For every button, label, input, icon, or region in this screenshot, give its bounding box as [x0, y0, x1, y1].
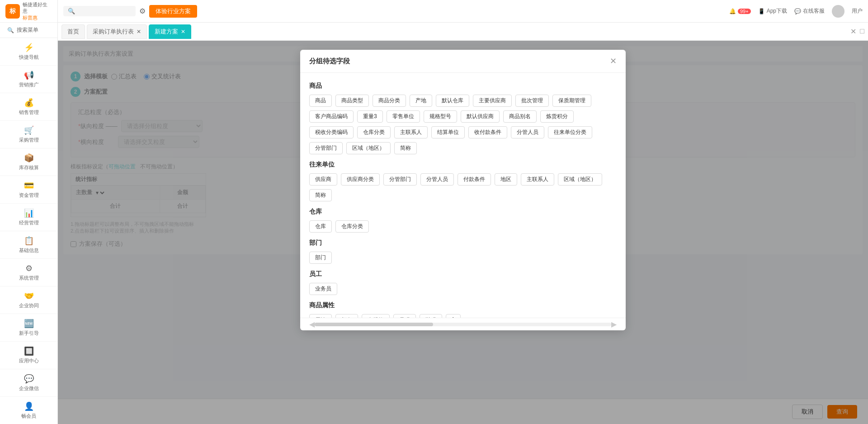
tag-往来单位分类[interactable]: 往来单位分类 [548, 126, 592, 138]
close-all-icon[interactable]: ✕ [850, 27, 856, 36]
tag-分管人员[interactable]: 分管人员 [511, 126, 544, 138]
tag-仓库分类[interactable]: 仓库分类 [335, 220, 369, 233]
sidebar-item-guide[interactable]: 🆕新手引导 [0, 314, 57, 342]
tag-结算单位[interactable]: 结算单位 [431, 126, 465, 138]
tab-close-new-plan[interactable]: ✕ [181, 29, 185, 35]
tag-颜色[interactable]: 颜色 [335, 314, 358, 318]
sidebar-item-wechat[interactable]: 💬企业微信 [0, 369, 57, 397]
sidebar-label-inventory: 库存核算 [19, 164, 39, 171]
tag-商品别名[interactable]: 商品别名 [503, 110, 537, 123]
topbar-search-box[interactable]: 🔍 [63, 6, 136, 16]
tag-供应商分类[interactable]: 供应商分类 [341, 173, 380, 186]
notification-btn[interactable]: 🔔 99+ [729, 8, 751, 14]
tag-默认仓库[interactable]: 默认仓库 [436, 95, 469, 107]
modal-close-btn[interactable]: ✕ [610, 56, 617, 66]
tab-purchase-exec[interactable]: 采购订单执行表✕ [87, 24, 147, 39]
sidebar-icon-app-center: 🔲 [24, 346, 34, 356]
tag-收付款条件[interactable]: 收付款条件 [468, 126, 507, 138]
tag-鞋码[interactable]: 鞋码 [420, 314, 442, 318]
tag-分管部门[interactable]: 分管部门 [309, 142, 343, 154]
tag-默认供应商[interactable]: 默认供应商 [461, 110, 500, 123]
tag-区域（地区）[interactable]: 区域（地区） [346, 142, 391, 154]
sidebar-label-marketing: 营销推广 [19, 81, 39, 88]
tabbar-controls: ✕ □ [850, 27, 864, 36]
tag-业务员[interactable]: 业务员 [309, 283, 337, 295]
topbar: 🔍 ⚙ 体验行业方案 🔔 99+ 📱 App下载 💬 在线客服 用户 [58, 0, 868, 23]
tag-商品类型[interactable]: 商品类型 [335, 95, 369, 107]
tag-分管人员[interactable]: 分管人员 [420, 173, 454, 186]
tab-home[interactable]: 首页 [61, 24, 85, 39]
tag-分管部门[interactable]: 分管部门 [383, 173, 417, 186]
settings-gear-icon[interactable]: ⚙ [139, 7, 146, 15]
sidebar-icon-operations: 📊 [24, 208, 34, 218]
tag-重量3[interactable]: 重量3 [357, 110, 383, 123]
tag-客户商品编码[interactable]: 客户商品编码 [309, 110, 354, 123]
tab-label-new-plan: 新建方案 [155, 28, 178, 36]
section-tags-product-attr: 属性颜色多规格尺码鞋码1 [309, 314, 617, 318]
tag-部门[interactable]: 部门 [309, 252, 332, 264]
sidebar-item-member[interactable]: 👤畅会员 [0, 397, 57, 424]
sidebar-item-inventory[interactable]: 📦库存核算 [0, 148, 57, 176]
tag-税收分类编码[interactable]: 税收分类编码 [309, 126, 354, 138]
sidebar-item-quick-nav[interactable]: ⚡快捷导航 [0, 38, 57, 66]
tag-商品分类[interactable]: 商品分类 [373, 95, 406, 107]
sidebar-item-finance[interactable]: 💳资金管理 [0, 176, 57, 204]
tab-new-plan[interactable]: 新建方案✕ [149, 24, 191, 39]
tag-主联系人[interactable]: 主联系人 [521, 173, 554, 186]
sidebar-item-cooperation[interactable]: 🤝企业协同 [0, 286, 57, 314]
sidebar-item-basic-info[interactable]: 📋基础信息 [0, 231, 57, 259]
tag-简称[interactable]: 简称 [309, 189, 332, 201]
sidebar-label-operations: 经营管理 [19, 219, 39, 226]
app-download-btn[interactable]: 📱 App下载 [758, 7, 787, 15]
tag-仓库分类[interactable]: 仓库分类 [357, 126, 391, 138]
user-name[interactable]: 用户 [852, 7, 863, 15]
search-input[interactable] [75, 8, 131, 14]
tag-主联系人[interactable]: 主联系人 [394, 126, 428, 138]
hscroll-left-arrow[interactable]: ◀ [309, 320, 315, 329]
sidebar-item-system[interactable]: ⚙系统管理 [0, 259, 57, 286]
tag-产地[interactable]: 产地 [410, 95, 432, 107]
sidebar-item-app-center[interactable]: 🔲应用中心 [0, 342, 57, 369]
tag-批次管理[interactable]: 批次管理 [515, 95, 549, 107]
sidebar-icon-sales: 💰 [24, 98, 34, 108]
tag-商品[interactable]: 商品 [309, 95, 332, 107]
tab-label-home: 首页 [67, 28, 79, 36]
avatar[interactable] [832, 5, 844, 18]
online-service-btn[interactable]: 💬 在线客服 [794, 7, 825, 15]
sidebar-icon-member: 👤 [24, 401, 34, 411]
tab-options-icon[interactable]: □ [860, 27, 864, 36]
tag-地区[interactable]: 地区 [495, 173, 517, 186]
tag-主要供应商[interactable]: 主要供应商 [473, 95, 512, 107]
hscroll-bar[interactable] [315, 323, 611, 326]
tab-close-purchase-exec[interactable]: ✕ [137, 29, 141, 35]
modal-body[interactable]: 商品商品商品类型商品分类产地默认仓库主要供应商批次管理保质期管理客户商品编码重量… [300, 73, 626, 318]
section-title-warehouse: 仓库 [309, 208, 617, 216]
tag-仓库[interactable]: 仓库 [309, 220, 332, 233]
search-icon: 🔍 [7, 27, 14, 33]
sidebar-label-cooperation: 企业协同 [19, 302, 39, 309]
tag-规格型号[interactable]: 规格型号 [424, 110, 457, 123]
tag-供应商[interactable]: 供应商 [309, 173, 337, 186]
tag-尺码[interactable]: 尺码 [393, 314, 416, 318]
tag-多规格[interactable]: 多规格 [362, 314, 390, 318]
tag-1[interactable]: 1 [446, 314, 461, 318]
tag-区域（地区）[interactable]: 区域（地区） [558, 173, 602, 186]
sidebar-icon-wechat: 💬 [24, 374, 34, 384]
sidebar-icon-guide: 🆕 [24, 319, 34, 329]
tag-炼货积分[interactable]: 炼货积分 [540, 110, 574, 123]
experience-btn[interactable]: 体验行业方案 [149, 5, 197, 18]
tag-付款条件[interactable]: 付款条件 [458, 173, 491, 186]
sidebar-item-purchase[interactable]: 🛒采购管理 [0, 121, 57, 148]
sidebar-item-operations[interactable]: 📊经营管理 [0, 204, 57, 231]
hscroll-right-arrow[interactable]: ▶ [611, 320, 617, 329]
tag-保质期管理[interactable]: 保质期管理 [552, 95, 591, 107]
sidebar-item-marketing[interactable]: 📢营销推广 [0, 66, 57, 93]
tag-属性[interactable]: 属性 [309, 314, 332, 318]
section-tags-warehouse: 仓库仓库分类 [309, 220, 617, 233]
tag-零售单位[interactable]: 零售单位 [387, 110, 420, 123]
sidebar-item-sales[interactable]: 💰销售管理 [0, 93, 57, 121]
app-icon: 📱 [758, 8, 765, 14]
tag-简称[interactable]: 简称 [394, 142, 417, 154]
search-menu[interactable]: 🔍 搜索菜单 [0, 23, 57, 38]
notification-icon: 🔔 [729, 8, 736, 14]
